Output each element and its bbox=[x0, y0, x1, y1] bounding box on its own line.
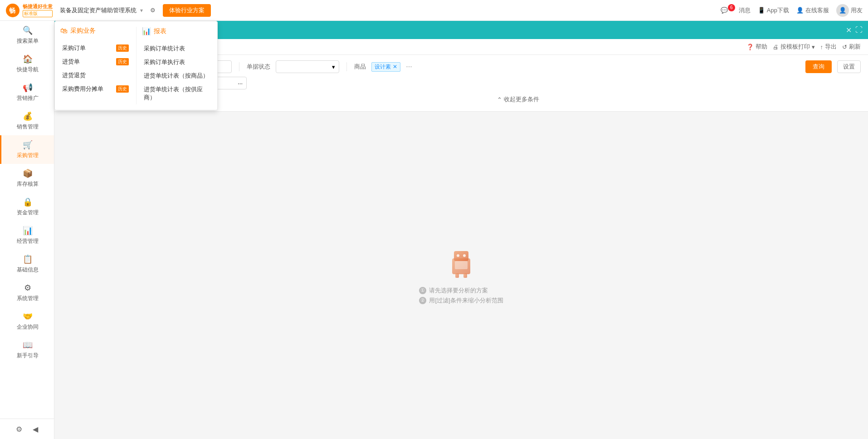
svg-rect-6 bbox=[455, 261, 468, 269]
tip-num-1: ① bbox=[419, 287, 426, 294]
empty-state: ① 请先选择要分析的方案 ② 用[过滤]条件来缩小分析范围 bbox=[419, 245, 503, 306]
empty-tips: ① 请先选择要分析的方案 ② 用[过滤]条件来缩小分析范围 bbox=[419, 286, 503, 306]
collapse-btn-wrapper: ⌃ 收起更多条件 bbox=[175, 95, 861, 104]
tab-close-window-btn[interactable]: ✕ bbox=[846, 26, 852, 35]
tab-actions: ✕ ⛶ bbox=[840, 26, 868, 35]
svg-point-5 bbox=[463, 254, 466, 257]
sidebar-item-marketing[interactable]: 📢 营销推广 bbox=[0, 78, 54, 107]
sidebar-item-operations[interactable]: 📊 经营管理 bbox=[0, 221, 54, 250]
message-icon: 💬 bbox=[721, 7, 728, 14]
header-settings-btn[interactable]: ⚙ bbox=[146, 4, 159, 17]
svg-text:畅: 畅 bbox=[9, 7, 15, 14]
dropdown-purchase-receipt[interactable]: 进货单 历史 bbox=[60, 55, 131, 69]
operations-icon: 📊 bbox=[23, 226, 33, 236]
dropdown-purchase-order[interactable]: 采购订单 历史 bbox=[60, 41, 131, 55]
print-dropdown-arrow[interactable]: ▾ bbox=[812, 44, 815, 50]
empty-tip-2: ② 用[过滤]条件来缩小分析范围 bbox=[419, 296, 503, 305]
goods-tag: 设计素 ✕ bbox=[371, 62, 400, 72]
bottom-collapse-btn[interactable]: ◀ bbox=[29, 423, 42, 435]
finance-icon: 🔒 bbox=[23, 197, 33, 207]
goods-tag-text: 设计素 bbox=[375, 63, 391, 71]
industry-btn[interactable]: 体验行业方案 bbox=[163, 4, 211, 17]
purchase-col: 🛍 采购业务 采购订单 历史 进货单 历史 进货退货 采购费用分摊单 历史 bbox=[55, 27, 137, 104]
doc-status-select[interactable]: ▾ bbox=[276, 60, 339, 73]
cooperation-icon: 🤝 bbox=[23, 311, 33, 321]
messages-btn[interactable]: 💬 6 消息 bbox=[721, 6, 751, 15]
query-btn[interactable]: 查询 bbox=[805, 60, 832, 73]
bottom-settings-btn[interactable]: ⚙ bbox=[13, 423, 25, 435]
history-badge-1: 历史 bbox=[116, 58, 129, 65]
history-badge-3: 历史 bbox=[116, 85, 129, 93]
refresh-icon: ↺ bbox=[842, 44, 847, 50]
user-menu[interactable]: 👤 用友 bbox=[836, 4, 863, 17]
service-icon: 👤 bbox=[796, 7, 804, 14]
header-middle: 装备及固定资产辅助管理系统 ▾ ⚙ 体验行业方案 bbox=[60, 4, 721, 17]
goods-label: 商品 bbox=[354, 63, 366, 71]
divider1 bbox=[239, 62, 239, 71]
export-btn[interactable]: ↑ 导出 bbox=[820, 43, 837, 51]
system-title: 装备及固定资产辅助管理系统 bbox=[60, 6, 137, 15]
guide-icon: 📖 bbox=[23, 340, 33, 350]
sidebar-item-finance[interactable]: 🔒 资金管理 bbox=[0, 192, 54, 221]
doc-status-arrow: ▾ bbox=[332, 64, 335, 70]
system-icon: ⚙ bbox=[24, 283, 31, 293]
logo-tag: 标准版 bbox=[23, 10, 53, 17]
svg-rect-3 bbox=[454, 251, 468, 261]
sidebar-item-sales[interactable]: 💰 销售管理 bbox=[0, 107, 54, 135]
empty-tip-1: ① 请先选择要分析的方案 bbox=[419, 286, 503, 295]
sidebar-item-guide[interactable]: 📖 新手引导 bbox=[0, 335, 54, 364]
settings-btn[interactable]: 设置 bbox=[837, 60, 861, 73]
salesperson-dots: ··· bbox=[238, 80, 243, 87]
main-body: ① 请先选择要分析的方案 ② 用[过滤]条件来缩小分析范围 bbox=[54, 112, 868, 439]
sidebar-item-quick-nav[interactable]: 🏠 快捷导航 bbox=[0, 49, 54, 78]
report-col-title: 📊 报表 bbox=[142, 27, 212, 38]
report-col: 📊 报表 采购订单统计表 采购订单执行表 进货单统计表（按商品） 进货单统计表（… bbox=[137, 27, 218, 104]
logo-area: 畅 畅捷通好生意 标准版 bbox=[5, 3, 60, 18]
divider2 bbox=[346, 62, 347, 71]
user-avatar: 👤 bbox=[836, 4, 849, 17]
sidebar: 🔍 搜索菜单 🏠 快捷导航 📢 营销推广 💰 销售管理 🛒 采购管理 📦 库存核… bbox=[0, 21, 54, 439]
empty-illustration bbox=[443, 245, 479, 281]
help-icon: ❓ bbox=[746, 44, 754, 50]
mobile-icon: 📱 bbox=[758, 7, 765, 14]
print-btn[interactable]: 🖨 按模板打印 ▾ bbox=[773, 43, 815, 51]
dropdown-report-order-exec[interactable]: 采购订单执行表 bbox=[142, 55, 212, 69]
marketing-icon: 📢 bbox=[23, 83, 33, 93]
svg-rect-8 bbox=[463, 273, 467, 278]
dropdown-purchase-expense[interactable]: 采购费用分摊单 历史 bbox=[60, 82, 131, 96]
messages-badge: 6 bbox=[728, 4, 735, 11]
dropdown-purchase-return[interactable]: 进货退货 bbox=[60, 69, 131, 82]
help-btn[interactable]: ❓ 帮助 bbox=[746, 43, 767, 51]
refresh-btn[interactable]: ↺ 刷新 bbox=[842, 43, 861, 51]
sidebar-item-basic-info[interactable]: 📋 基础信息 bbox=[0, 250, 54, 278]
online-service-btn[interactable]: 👤 在线客服 bbox=[796, 6, 829, 15]
inventory-icon: 📦 bbox=[23, 168, 33, 178]
app-download-btn[interactable]: 📱 App下载 bbox=[758, 6, 789, 15]
goods-more-btn[interactable]: ··· bbox=[406, 63, 412, 71]
purchase-col-title: 🛍 采购业务 bbox=[60, 27, 131, 38]
dropdown-report-receipt-supplier[interactable]: 进货单统计表（按供应商） bbox=[142, 83, 212, 104]
goods-tag-close[interactable]: ✕ bbox=[393, 64, 397, 70]
dropdown-report-receipt-goods[interactable]: 进货单统计表（按商品） bbox=[142, 69, 212, 83]
sidebar-item-cooperation[interactable]: 🤝 企业协同 bbox=[0, 307, 54, 335]
sidebar-bottom: ⚙ ◀ bbox=[0, 419, 54, 439]
collapse-icon: ⌃ bbox=[497, 96, 502, 103]
purchase-icon: 🛒 bbox=[23, 140, 33, 150]
sidebar-item-system[interactable]: ⚙ 系统管理 bbox=[0, 278, 54, 307]
basic-info-icon: 📋 bbox=[23, 254, 33, 264]
main-layout: 🔍 搜索菜单 🏠 快捷导航 📢 营销推广 💰 销售管理 🛒 采购管理 📦 库存核… bbox=[0, 21, 868, 439]
sidebar-item-inventory[interactable]: 📦 库存核算 bbox=[0, 164, 54, 192]
logo-icon: 畅 bbox=[5, 3, 20, 18]
purchase-col-icon: 🛍 bbox=[60, 27, 68, 35]
sidebar-item-purchase[interactable]: 🛒 采购管理 bbox=[0, 135, 54, 164]
collapse-btn[interactable]: ⌃ 收起更多条件 bbox=[497, 95, 539, 104]
svg-point-4 bbox=[457, 254, 459, 257]
print-icon: 🖨 bbox=[773, 44, 779, 50]
dropdown-report-order-stat[interactable]: 采购订单统计表 bbox=[142, 42, 212, 55]
sales-icon: 💰 bbox=[23, 111, 33, 121]
purchase-dropdown-menu: 🛍 采购业务 采购订单 历史 进货单 历史 进货退货 采购费用分摊单 历史 📊 bbox=[54, 21, 218, 110]
doc-status-label: 单据状态 bbox=[247, 63, 270, 71]
sidebar-item-search[interactable]: 🔍 搜索菜单 bbox=[0, 21, 54, 49]
system-dropdown-arrow[interactable]: ▾ bbox=[140, 7, 143, 14]
tab-maximize-btn[interactable]: ⛶ bbox=[855, 26, 863, 34]
